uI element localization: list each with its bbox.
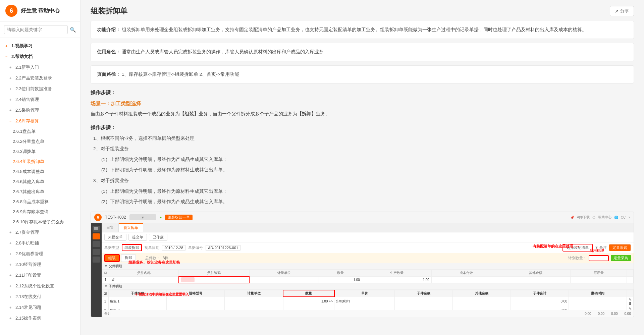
step-2: 2、对于组装业务	[93, 145, 634, 153]
sidebar-item-2-6-3[interactable]: 2.6.3调拨单	[0, 147, 80, 157]
expand-icon: +	[9, 76, 13, 80]
app-tab-1[interactable]: 自售	[102, 223, 119, 232]
nav-tree: + 1.视频学习 − 2.帮助文档 + 2.1新手入门 + 2.2产品安装及登录…	[0, 38, 80, 335]
sidebar-item-2-11[interactable]: + 2.11打印设置	[0, 270, 80, 281]
sidebar-item-2-6-8[interactable]: 2.6.8商品成本重算	[0, 197, 80, 207]
btn-voided[interactable]: 已作废	[149, 234, 167, 241]
sidebar-item-label: 2.3使用前数据准备	[15, 86, 52, 92]
screenshot-title: TEST-H002	[105, 215, 126, 220]
expand-icon: +	[9, 284, 13, 288]
screenshot-container: 6 TEST-H002 ▼ ● 组装拆卸一单 📌App下载①帮助中心🌐CC ×	[91, 212, 634, 317]
sidebar-item-2-7[interactable]: + 2.7资金管理	[0, 227, 80, 238]
app-logo-small: 6	[94, 214, 102, 221]
sidebar-item-2-6-7[interactable]: 2.6.7其他出库单	[0, 187, 80, 197]
sidebar-item-label: 2.帮助文档	[11, 54, 33, 60]
sidebar-item-label: 2.12系统个性化设置	[15, 283, 54, 289]
intro-label: 功能介绍：	[97, 27, 120, 32]
sidebar-item-2-15[interactable]: + 2.15操作案例	[0, 313, 80, 324]
annotation-enable: 启用处理	[589, 248, 604, 253]
expand-icon: +	[9, 87, 13, 91]
sidebar-item-2-8[interactable]: + 2.8手机旺铺	[0, 238, 80, 248]
sidebar-item-2-6-4[interactable]: 2.6.4组装拆卸单	[0, 157, 80, 167]
expand-icon: +	[9, 305, 13, 310]
intro-text: 组装拆卸单用来处理企业组装或拆卸等加工业务，支持有固定装配清单的产品加工业务，也…	[122, 27, 587, 32]
sidebar-item-2-6-5[interactable]: 2.6.5成本调整单	[0, 167, 80, 177]
steps-list: 1、根据不同的业务，选择不同单据的类型来处理 2、对于组装业务 (1）上部明细为…	[93, 134, 634, 206]
expand-icon: +	[9, 241, 13, 245]
btn-submitted[interactable]: 提交单	[128, 234, 147, 241]
sidebar-item-label: 2.14常见问题	[15, 304, 41, 311]
expand-icon: +	[5, 44, 9, 48]
logo-icon: 6	[5, 5, 17, 17]
sidebar-item-label: 2.2产品安装及登录	[15, 75, 52, 81]
sidebar: 6 好生意 帮助中心 🔍 + 1.视频学习 − 2.帮助文档 + 2.1新手入门…	[0, 0, 80, 335]
annotation-switch: 组装业务、拆卸业务在这里切换	[128, 260, 180, 265]
share-button[interactable]: ↗ 分享	[610, 6, 634, 16]
sidebar-item-2-6-10[interactable]: 2.6.10库存账本错了怎么办	[0, 217, 80, 227]
btn-enable[interactable]: 定量采购	[611, 255, 631, 261]
sidebar-item-2-13[interactable]: + 2.13在线支付	[0, 291, 80, 302]
sidebar-item-label: 1.视频学习	[11, 43, 33, 49]
sidebar-item-label: 2.7资金管理	[15, 229, 39, 235]
operation-subtitle: 操作步骤：	[91, 124, 634, 131]
field-date: 2019-12-28	[162, 245, 185, 250]
sidebar-item-2-10[interactable]: + 2.10经营管理	[0, 259, 80, 270]
tab-assembly[interactable]: 组装	[104, 254, 120, 262]
sidebar-item-2-6-6[interactable]: 2.6.6其他入库单	[0, 177, 80, 187]
sidebar-item-label: 2.6库存核算	[15, 118, 39, 124]
expand-icon: +	[9, 273, 13, 277]
sidebar-item-video-learning[interactable]: + 1.视频学习	[0, 41, 80, 51]
app-nav-icon-2[interactable]	[93, 233, 100, 239]
app-tab-2[interactable]: 新采购单	[119, 223, 143, 232]
sidebar-item-2-12[interactable]: + 2.12系统个性化设置	[0, 281, 80, 291]
btn-unsubmitted[interactable]: 未提交单	[104, 234, 126, 241]
app-nav-icon-4[interactable]	[93, 249, 100, 255]
expand-icon: +	[9, 263, 13, 267]
expand-icon: +	[9, 108, 13, 112]
parent-table: ☑ 父件名称 父件编码 计量单位 数量 生产数量 成本合计 其他金额 可用量	[102, 270, 634, 283]
sidebar-item-2-6-1[interactable]: 2.6.1盘点单	[0, 126, 80, 136]
page-title: 组装拆卸单	[91, 6, 127, 16]
search-button[interactable]: 🔍	[70, 27, 76, 33]
sidebar-item-label: 2.4销售管理	[15, 97, 39, 103]
sidebar-item-2-6-9[interactable]: 2.6.9库存账本查询	[0, 207, 80, 217]
sidebar-item-help-docs[interactable]: − 2.帮助文档	[0, 51, 80, 62]
app-nav-icon-3[interactable]	[93, 241, 100, 247]
app-name: 好生意 帮助中心	[21, 7, 60, 14]
app-nav-icon-5[interactable]	[93, 257, 100, 263]
sidebar-item-2-9[interactable]: + 2.9优惠券管理	[0, 248, 80, 259]
expand-icon: +	[9, 98, 13, 102]
sidebar-item-label: 2.13在线支付	[15, 294, 41, 300]
search-input[interactable]	[4, 25, 68, 34]
role-label: 使用角色：	[97, 49, 120, 54]
path-label: 页面路径：	[97, 72, 120, 77]
sidebar-item-2-4[interactable]: + 2.4销售管理	[0, 94, 80, 105]
field-planned-qty[interactable]	[589, 255, 609, 261]
sidebar-item-label: 2.9优惠券管理	[15, 251, 43, 257]
expand-icon: +	[9, 230, 13, 234]
step-3-1: (1）上部明细为父件明细，最终作为原材料生成其它出库单；	[93, 187, 634, 196]
sidebar-item-2-5[interactable]: + 2.5采购管理	[0, 105, 80, 116]
annotation-zero-fill: 不需要活动中的组装在这里置置零入	[135, 292, 189, 297]
expand-icon: −	[9, 119, 13, 123]
sidebar-item-2-3[interactable]: + 2.3使用前数据准备	[0, 83, 80, 94]
annotation-assembly-list: 有装配清单的在这里处理	[533, 244, 573, 249]
sidebar-item-label: 2.15操作案例	[15, 315, 41, 321]
screenshot-new-order-btn[interactable]: 组装拆卸一单	[165, 215, 193, 220]
sidebar-item-label: 2.1新手入门	[15, 64, 39, 70]
content-body: 功能介绍： 组装拆卸单用来处理企业组装或拆卸等加工业务，支持有固定装配清单的产品…	[80, 21, 644, 327]
sidebar-item-2-6[interactable]: − 2.6库存核算	[0, 116, 80, 126]
expand-icon: +	[9, 316, 13, 320]
sidebar-item-2-1[interactable]: + 2.1新手入门	[0, 62, 80, 73]
sidebar-header: 6 好生意 帮助中心	[0, 0, 80, 22]
parent-section-header: ▼ 父件明细	[102, 263, 634, 270]
btn-save[interactable]: 定量采购	[609, 244, 631, 251]
sidebar-item-2-2[interactable]: + 2.2产品安装及登录	[0, 73, 80, 83]
expand-icon: +	[9, 65, 13, 69]
field-doc-type[interactable]: 组装拆卸	[122, 244, 142, 251]
app-nav-icon-1[interactable]	[93, 226, 100, 232]
sidebar-item-2-14[interactable]: + 2.14常见问题	[0, 302, 80, 313]
sidebar-item-2-6-2[interactable]: 2.6.2分量盘点单	[0, 136, 80, 147]
main-content: 组装拆卸单 ↗ 分享 功能介绍： 组装拆卸单用来处理企业组装或拆卸等加工业务，支…	[80, 0, 644, 335]
role-box: 使用角色： 通常由生产人员或库管人员完成拆装业务的操作，库管人员确认原材料的出库…	[91, 43, 634, 61]
